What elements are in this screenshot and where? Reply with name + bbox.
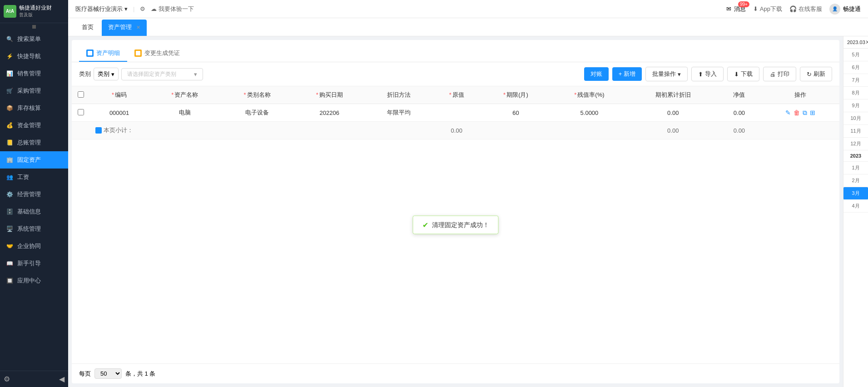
sales-icon [5, 69, 14, 78]
per-page-select[interactable]: 50 100 [94, 368, 122, 379]
filter-area: 类别 类别 ▾ 请选择固定资产类别 ▾ [79, 68, 203, 80]
table-row: 000001 电脑 电子设备 202206 年限平均 60 5.0000 0.0… [72, 104, 839, 122]
row-checkbox[interactable] [78, 109, 84, 115]
chevron-down-icon: ▾ [124, 5, 128, 12]
online-service-button[interactable]: 🎧 在线客服 [789, 5, 822, 13]
sidebar-item-purchase[interactable]: 采购管理 [0, 82, 68, 99]
month-8[interactable]: 8月 [843, 87, 868, 99]
subtotal-net: 0.00 [718, 122, 761, 139]
sidebar-item-app[interactable]: 应用中心 [0, 272, 68, 289]
collapse-icon[interactable]: ◀ [59, 375, 64, 383]
select-all-checkbox[interactable] [78, 91, 84, 98]
delete-button[interactable]: 🗑 [794, 109, 800, 116]
col-accumulated: 期初累计折旧 [629, 86, 718, 104]
row-original-value [432, 104, 481, 122]
download-icon: ⬇ [734, 71, 739, 78]
sidebar-item-label: 销售管理 [17, 69, 41, 78]
month-7[interactable]: 7月 [843, 74, 868, 87]
category-input[interactable]: 请选择固定资产类别 ▾ [121, 68, 203, 80]
download-button[interactable]: ⬇ 下载 [727, 67, 759, 81]
user-menu[interactable]: 👤 畅捷通 [829, 4, 861, 15]
company-selector[interactable]: 医疗器械行业演示 ▾ [75, 5, 128, 13]
user-icon: 👤 [832, 6, 838, 11]
sidebar-item-base[interactable]: 基础信息 [0, 203, 68, 220]
import-button[interactable]: ⬆ 导入 [691, 67, 724, 81]
col-depreciation: 折旧方法 [366, 86, 432, 104]
more-button[interactable]: ⊞ [810, 109, 815, 116]
month-12[interactable]: 12月 [843, 138, 868, 150]
sidebar-item-label: 系统管理 [17, 225, 41, 233]
right-panel-header: 2023.03 ✕ ⬜ [843, 36, 868, 49]
asset-detail-icon [86, 50, 94, 57]
month-11[interactable]: 11月 [843, 125, 868, 138]
per-page-label: 每页 [79, 370, 91, 378]
base-icon [5, 208, 14, 216]
year-2023[interactable]: 2023 [843, 150, 868, 162]
filter-select[interactable]: 类别 ▾ [94, 68, 119, 80]
app-download-button[interactable]: ⬇ App下载 [753, 5, 782, 13]
sidebar-item-finance[interactable]: 资金管理 [0, 117, 68, 134]
row-period: 60 [481, 104, 550, 122]
month-5[interactable]: 5月 [843, 49, 868, 61]
sidebar-item-ledger[interactable]: 总账管理 [0, 134, 68, 151]
sidebar-logo: AtA 畅捷通好业财 普及版 [4, 5, 64, 18]
sidebar-item-search[interactable]: 搜索菜单 [0, 30, 68, 48]
batch-button[interactable]: 批量操作 ▾ [645, 67, 688, 81]
sidebar-item-guide[interactable]: 新手引导 [0, 255, 68, 272]
table-wrap: *编码 *资产名称 *类别名称 *购买日期 折旧方法 *原值 *期限(月) *残… [72, 86, 839, 363]
new-button[interactable]: + 新增 [612, 67, 642, 81]
table-header-row: *编码 *资产名称 *类别名称 *购买日期 折旧方法 *原值 *期限(月) *残… [72, 86, 839, 104]
settings-button[interactable]: ⚙ [140, 5, 145, 12]
month-9[interactable]: 9月 [843, 99, 868, 112]
sidebar-item-sales[interactable]: 销售管理 [0, 65, 68, 82]
voucher-icon [134, 50, 142, 57]
svg-rect-0 [88, 51, 92, 55]
month-10[interactable]: 10月 [843, 112, 868, 125]
month-1[interactable]: 1月 [843, 162, 868, 174]
sidebar-item-label: 搜索菜单 [17, 35, 41, 43]
sidebar-item-sys[interactable]: 系统管理 [0, 220, 68, 238]
message-button[interactable]: ✉ 消息 99+ [726, 5, 746, 13]
subtab-asset-detail[interactable]: 资产明细 [79, 45, 127, 62]
asset-table: *编码 *资产名称 *类别名称 *购买日期 折旧方法 *原值 *期限(月) *残… [72, 86, 839, 139]
topbar: 医疗器械行业演示 ▾ | ⚙ ☁ 我要体验一下 ✉ 消息 99+ ⬇ App下载… [68, 0, 868, 18]
tab-close-icon[interactable]: ✕ [136, 25, 140, 30]
content: 资产明细 变更生成凭证 类别 类别 ▾ [68, 36, 868, 387]
month-6[interactable]: 6月 [843, 61, 868, 74]
sidebar-item-corp[interactable]: 企业协同 [0, 238, 68, 255]
col-period: *期限(月) [481, 86, 550, 104]
row-checkbox-cell[interactable] [72, 104, 90, 122]
tab-home[interactable]: 首页 [75, 20, 100, 36]
sidebar-item-inventory[interactable]: 库存核算 [0, 99, 68, 117]
subtotal-original: 0.00 [432, 122, 481, 139]
sidebar-item-assets[interactable]: 固定资产 [0, 151, 68, 169]
month-3[interactable]: 3月 [843, 187, 868, 200]
sidebar-item-ops[interactable]: 经营管理 [0, 186, 68, 203]
sidebar-item-label: 工资 [17, 173, 29, 181]
main: 医疗器械行业演示 ▾ | ⚙ ☁ 我要体验一下 ✉ 消息 99+ ⬇ App下载… [68, 0, 868, 387]
sidebar-item-payroll[interactable]: 工资 [0, 169, 68, 186]
app-name: 畅捷通好业财 [19, 5, 52, 12]
message-badge: 99+ [738, 1, 749, 7]
pagination: 每页 50 100 条，共 1 条 [72, 363, 839, 383]
print-button[interactable]: 🖨 打印 [763, 67, 796, 81]
edit-button[interactable]: ✎ [785, 109, 791, 116]
select-all-header[interactable] [72, 86, 90, 104]
copy-button[interactable]: ⧉ [803, 109, 807, 117]
reconcile-button[interactable]: 对账 [584, 67, 609, 81]
sidebar-item-nav[interactable]: 快捷导航 [0, 48, 68, 65]
payroll-icon [5, 173, 14, 181]
month-4[interactable]: 4月 [843, 200, 868, 213]
sys-icon [5, 225, 14, 233]
settings-icon[interactable]: ⚙ [4, 375, 10, 383]
inventory-icon [5, 104, 14, 112]
search-icon [5, 35, 14, 43]
experience-button[interactable]: ☁ 我要体验一下 [151, 5, 194, 13]
subtab-voucher[interactable]: 变更生成凭证 [127, 45, 187, 62]
close-panel-icon[interactable]: ✕ [865, 39, 868, 45]
row-name: 电脑 [149, 104, 221, 122]
month-2[interactable]: 2月 [843, 174, 868, 187]
subtotal-accumulated: 0.00 [629, 122, 718, 139]
tab-assets[interactable]: 资产管理 ✕ [102, 20, 147, 36]
refresh-button[interactable]: ↻ 刷新 [800, 67, 832, 81]
